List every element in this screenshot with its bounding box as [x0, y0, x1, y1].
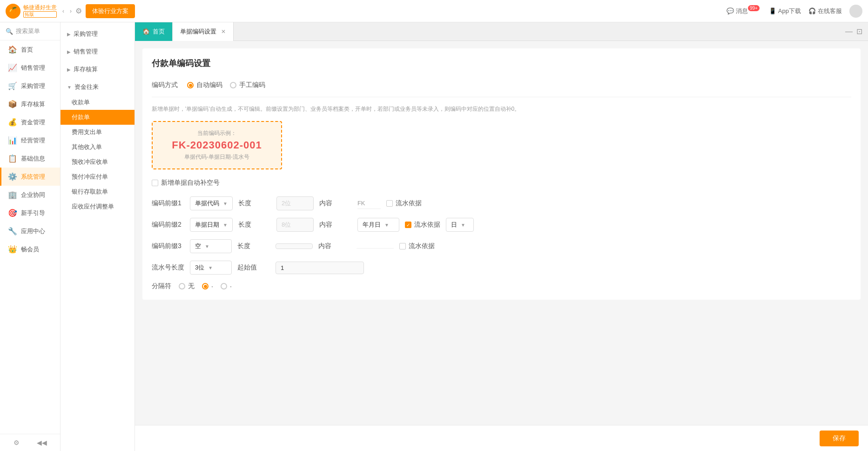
stream1-check[interactable]: 流水依据 [386, 199, 422, 208]
collapse-icon[interactable]: ◀◀ [37, 439, 47, 446]
tab-actions: — ⊡ [840, 27, 868, 36]
tab-minimize-icon[interactable]: — [845, 27, 853, 36]
auto-encode-radio[interactable]: 自动编码 [187, 81, 222, 89]
stream2-unit-select[interactable]: 日 ▼ [446, 218, 474, 232]
purchase-icon: 🛒 [8, 81, 17, 90]
manual-encode-radio[interactable]: 手工编码 [230, 81, 265, 89]
content-area: 🏠 首页 单据编码设置 ✕ — ⊡ 付款单编码设置 编码方式 [135, 22, 868, 451]
sub-menu-receipt[interactable]: 收款单 [61, 95, 135, 110]
prefix2-select[interactable]: 单据日期 ▼ [190, 218, 233, 232]
tab-home[interactable]: 🏠 首页 [135, 22, 173, 41]
sep-dot-radio[interactable]: · [202, 282, 213, 290]
bottom-bar: 保存 [135, 425, 868, 451]
tab-bar: 🏠 首页 单据编码设置 ✕ — ⊡ [135, 22, 868, 41]
nav-forward-arrow[interactable]: › [68, 6, 74, 16]
sub-menu-pre-payment[interactable]: 预付冲应付单 [61, 169, 135, 184]
apps-icon: 🔧 [8, 227, 17, 236]
settings-icon[interactable]: ⚙ [75, 7, 82, 15]
basic-icon: 📋 [8, 154, 17, 163]
content2-select[interactable]: 年月日 ▼ [357, 218, 399, 232]
tab-bill-code[interactable]: 单据编码设置 ✕ [173, 22, 234, 41]
sep-none-dot [179, 283, 185, 289]
guide-icon: 🎯 [8, 209, 17, 217]
sep-none-radio[interactable]: 无 [179, 282, 195, 290]
operations-icon: 📊 [8, 136, 17, 145]
sidebar-item-system[interactable]: ⚙️ 系统管理 [0, 168, 60, 186]
sidebar-item-enterprise[interactable]: 🏢 企业协同 [0, 186, 60, 204]
sidebar-item-apps[interactable]: 🔧 应用中心 [0, 222, 60, 240]
app-icon: 📱 [769, 7, 776, 14]
tab-close-btn[interactable]: ✕ [221, 28, 226, 35]
code-preview-sub: 单据代码-单据日期-流水号 [164, 153, 270, 161]
top-bar-right: 💬 消息 99+ 📱 App下载 🎧 在线客服 [727, 5, 862, 18]
tab-maximize-icon[interactable]: ⊡ [856, 27, 862, 36]
stream2-unit-arrow-icon: ▼ [461, 222, 465, 228]
stream3-check[interactable]: 流水依据 [399, 242, 435, 250]
user-avatar[interactable] [849, 5, 862, 18]
arrow-icon: ▶ [67, 32, 71, 37]
sub-menu-inventory-header[interactable]: ▶ 库存核算 [61, 61, 135, 77]
code-preview-value: FK-20230602-001 [164, 139, 270, 151]
prefix3-select[interactable]: 空 ▼ [190, 239, 232, 253]
sidebar-item-home[interactable]: 🏠 首页 [0, 40, 60, 59]
message-icon: 💬 [727, 7, 734, 14]
prefix1-arrow-icon: ▼ [223, 201, 228, 206]
serial-length-label: 流水号长度 [152, 263, 184, 272]
code-preview-box: 当前编码示例： FK-20230602-001 单据代码-单据日期-流水号 [152, 121, 282, 169]
nav-back-arrow[interactable]: ‹ [61, 6, 66, 16]
sidebar-item-purchase[interactable]: 🛒 采购管理 [0, 77, 60, 95]
start-value-input[interactable] [276, 262, 364, 274]
length3-input [276, 243, 313, 249]
member-icon: 👑 [8, 245, 17, 254]
sidebar: 🔍 搜索菜单 🏠 首页 📈 销售管理 🛒 采购管理 📦 库存核算 💰 资金管理 … [0, 22, 61, 451]
serial-length-arrow-icon: ▼ [208, 265, 213, 270]
sidebar-search[interactable]: 🔍 搜索菜单 [0, 22, 60, 40]
sub-menu-other-income[interactable]: 其他收入单 [61, 140, 135, 155]
sidebar-item-inventory[interactable]: 📦 库存核算 [0, 95, 60, 113]
sub-menu-bank[interactable]: 银行存取款单 [61, 184, 135, 199]
serial-row: 流水号长度 3位 ▼ 起始值 [152, 261, 851, 275]
app-download-btn[interactable]: 📱 App下载 [769, 7, 801, 15]
content2-arrow-icon: ▼ [384, 222, 389, 228]
home-tab-icon: 🏠 [142, 28, 150, 35]
stream2-checkbox: ✓ [405, 222, 411, 228]
length2-input: 8位 [276, 218, 314, 232]
prefix1-select[interactable]: 单据代码 ▼ [190, 196, 233, 210]
online-service-btn[interactable]: 🎧 在线客服 [808, 7, 842, 15]
sub-menu-inventory: ▶ 库存核算 [61, 61, 135, 77]
stream1-checkbox [386, 200, 393, 207]
sub-menu-sales-header[interactable]: ▶ 销售管理 [61, 44, 135, 60]
industry-btn[interactable]: 体验行业方案 [86, 4, 135, 18]
new-bill-fill-checkbox[interactable]: 新增单据自动补空号 [152, 179, 851, 187]
home-icon: 🏠 [8, 45, 17, 54]
finance-icon: 💰 [8, 118, 17, 127]
sidebar-item-member[interactable]: 👑 畅会员 [0, 240, 60, 258]
sidebar-item-finance[interactable]: 💰 资金管理 [0, 113, 60, 131]
sub-menu-capital-header[interactable]: ▼ 资金往来 [61, 79, 135, 95]
sep-dash-radio[interactable]: · [221, 282, 232, 290]
sub-menu-payment[interactable]: 付款单 [61, 110, 135, 125]
sub-menu-pre-collection[interactable]: 预收冲应收单 [61, 155, 135, 169]
settings-bottom-icon[interactable]: ⚙ [13, 439, 20, 446]
separator-options: 无 · · [179, 282, 232, 290]
save-button[interactable]: 保存 [820, 431, 859, 446]
message-btn[interactable]: 💬 消息 99+ [727, 7, 761, 15]
page-content: 付款单编码设置 编码方式 自动编码 手工编码 [135, 41, 868, 425]
serial-length-select[interactable]: 3位 ▼ [190, 261, 232, 275]
length1-label: 长度 [238, 199, 271, 208]
prefix2-arrow-icon: ▼ [223, 222, 228, 228]
length1-input: 2位 [276, 196, 314, 210]
sub-menu-expense[interactable]: 费用支出单 [61, 125, 135, 140]
sub-menu-adjustment[interactable]: 应收应付调整单 [61, 199, 135, 214]
sidebar-item-basic[interactable]: 📋 基础信息 [0, 149, 60, 168]
stream2-check[interactable]: ✓ 流水依据 [405, 221, 440, 229]
main-layout: 🔍 搜索菜单 🏠 首页 📈 销售管理 🛒 采购管理 📦 库存核算 💰 资金管理 … [0, 22, 868, 451]
content1-label: 内容 [319, 199, 352, 208]
encode-radio-group: 自动编码 手工编码 [187, 81, 265, 89]
sub-menu-purchase-header[interactable]: ▶ 采购管理 [61, 26, 135, 42]
sidebar-item-operations[interactable]: 📊 经营管理 [0, 131, 60, 149]
sidebar-item-sales[interactable]: 📈 销售管理 [0, 59, 60, 77]
stream3-checkbox [399, 243, 406, 249]
logo-icon: 🍊 [6, 4, 20, 19]
sidebar-item-guide[interactable]: 🎯 新手引导 [0, 204, 60, 222]
